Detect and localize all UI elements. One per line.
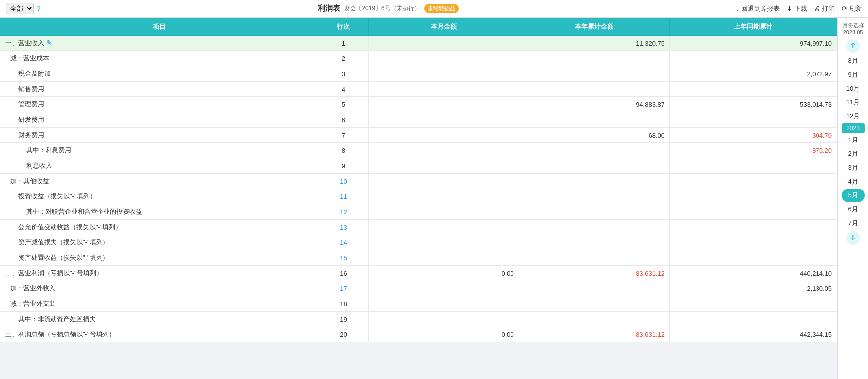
prev-value	[669, 112, 837, 128]
download-button[interactable]: ⬇ 下载	[787, 4, 807, 13]
table-row: 其中：利息费用8-875.20	[0, 143, 837, 158]
table-row: 资产减值损失（损失以"-"填列）14	[0, 235, 837, 250]
row-label: 资产处置收益（损失以"-"填列）	[0, 250, 318, 266]
month-value	[368, 281, 519, 296]
year-value: 68.00	[519, 128, 669, 143]
row-label: 一、营业收入 ✎	[0, 36, 318, 51]
year-value	[519, 112, 669, 128]
row-label: 加：其他收益	[0, 174, 318, 189]
row-number: 9	[318, 158, 368, 174]
row-number: 4	[318, 82, 368, 97]
prev-value: 2,130.05	[669, 281, 837, 296]
row-number[interactable]: 10	[318, 174, 368, 189]
year-value	[519, 235, 669, 250]
year-value: 94,883.87	[519, 97, 669, 112]
year-value	[519, 51, 669, 66]
row-number[interactable]: 13	[318, 220, 368, 235]
prev-value: 442,344.15	[669, 327, 837, 342]
prev-value: 533,014.73	[669, 97, 837, 112]
month-item[interactable]: 6月	[842, 202, 865, 216]
month-item[interactable]: 9月	[842, 68, 865, 82]
prev-value: 974,997.10	[669, 36, 837, 51]
month-value: 0.00	[368, 327, 519, 342]
col-header-row: 行次	[318, 18, 368, 36]
report-table: 项目 行次 本月金额 本年累计金额 上年同期累计 一、营业收入 ✎111,320…	[0, 18, 837, 342]
prev-value	[669, 204, 837, 220]
col-header-item: 项目	[0, 18, 318, 36]
month-sidebar-title: 月份选择2023.05	[842, 20, 864, 38]
row-label: 减：营业成本	[0, 51, 318, 66]
month-item[interactable]: 8月	[842, 54, 865, 68]
top-bar-right: ↓ 回退到原报表 ⬇ 下载 🖨 打印 ⟳ 刷新	[736, 4, 862, 13]
year-marker: 2023	[842, 123, 865, 133]
table-row: 减：营业外支出18	[0, 296, 837, 312]
month-item[interactable]: 2月	[842, 147, 865, 161]
edit-icon[interactable]: ✎	[44, 39, 52, 47]
month-nav-down[interactable]: ⇩	[846, 231, 860, 245]
row-number: 8	[318, 143, 368, 158]
row-number[interactable]: 15	[318, 250, 368, 266]
month-value	[368, 51, 519, 66]
row-label: 研发费用	[0, 112, 318, 128]
month-value	[368, 174, 519, 189]
table-row: 其中：非流动资产处置损失19	[0, 312, 837, 327]
month-item[interactable]: 11月	[842, 95, 865, 109]
help-icon[interactable]: ?	[37, 5, 40, 12]
back-button[interactable]: ↓ 回退到原报表	[736, 4, 780, 13]
month-value	[368, 128, 519, 143]
month-value	[368, 204, 519, 220]
row-label: 其中：对联营企业和合营企业的投资收益	[0, 204, 318, 220]
month-value	[368, 97, 519, 112]
row-label: 加：营业外收入	[0, 281, 318, 296]
refresh-button[interactable]: ⟳ 刷新	[842, 4, 862, 13]
row-number: 20	[318, 327, 368, 342]
month-item[interactable]: 10月	[842, 82, 865, 95]
row-number: 2	[318, 51, 368, 66]
month-item[interactable]: 7月	[842, 216, 865, 230]
row-number[interactable]: 17	[318, 281, 368, 296]
row-number[interactable]: 14	[318, 235, 368, 250]
prev-value	[669, 296, 837, 312]
table-row: 销售费用4	[0, 82, 837, 97]
row-label: 管理费用	[0, 97, 318, 112]
print-button[interactable]: 🖨 打印	[814, 4, 835, 13]
row-number: 19	[318, 312, 368, 327]
row-label: 其中：利息费用	[0, 143, 318, 158]
table-row: 加：营业外收入172,130.05	[0, 281, 837, 296]
row-number[interactable]: 12	[318, 204, 368, 220]
month-item[interactable]: 1月	[842, 133, 865, 147]
month-item[interactable]: 5月	[842, 189, 865, 202]
prev-value	[669, 51, 837, 66]
top-bar: 全部 ? 利润表 财会〔2019〕6号（未执行） 未结转损益 ↓ 回退到原报表 …	[0, 0, 868, 18]
month-value	[368, 158, 519, 174]
month-item[interactable]: 4月	[842, 175, 865, 189]
table-area: 项目 行次 本月金额 本年累计金额 上年同期累计 一、营业收入 ✎111,320…	[0, 18, 837, 379]
scope-dropdown[interactable]: 全部	[6, 3, 34, 14]
table-row: 利息收入9	[0, 158, 837, 174]
prev-value: 2,072.97	[669, 66, 837, 82]
table-row: 资产处置收益（损失以"-"填列）15	[0, 250, 837, 266]
table-row: 投资收益（损失以"-"填列）11	[0, 189, 837, 204]
table-row: 公允价值变动收益（损失以"-"填列）13	[0, 220, 837, 235]
month-item[interactable]: 12月	[842, 109, 865, 123]
month-nav-up[interactable]: ⇧	[846, 39, 860, 53]
col-header-prev: 上年同期累计	[669, 18, 837, 36]
table-row: 其中：对联营企业和合营企业的投资收益12	[0, 204, 837, 220]
table-row: 研发费用6	[0, 112, 837, 128]
month-value	[368, 312, 519, 327]
month-value	[368, 220, 519, 235]
table-row: 管理费用594,883.87533,014.73	[0, 97, 837, 112]
month-value	[368, 296, 519, 312]
month-item[interactable]: 3月	[842, 161, 865, 175]
row-number: 5	[318, 97, 368, 112]
table-row: 税金及附加32,072.97	[0, 66, 837, 82]
prev-value	[669, 158, 837, 174]
month-value: 0.00	[368, 266, 519, 281]
row-number: 1	[318, 36, 368, 51]
year-value: 11,320.75	[519, 36, 669, 51]
prev-value	[669, 220, 837, 235]
year-value	[519, 296, 669, 312]
table-row: 二、营业利润（亏损以"-"号填列）160.00-83,631.12440,214…	[0, 266, 837, 281]
row-label: 投资收益（损失以"-"填列）	[0, 189, 318, 204]
row-number[interactable]: 11	[318, 189, 368, 204]
